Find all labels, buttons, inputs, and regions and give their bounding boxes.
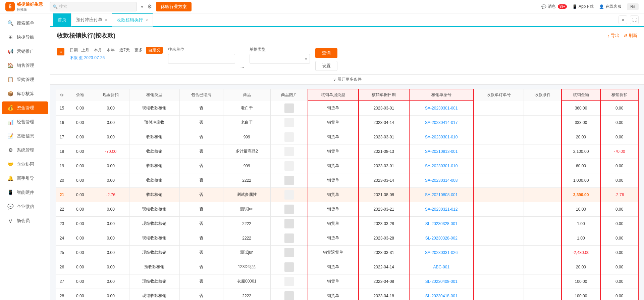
filter-last-7days[interactable]: 近7天 bbox=[118, 47, 131, 54]
sidebar-item-shortcuts[interactable]: ⊞ 快捷导航 bbox=[2, 31, 48, 44]
cell-voucher-no[interactable]: SA-20210808-001 bbox=[409, 187, 474, 202]
sidebar-item-enterprise[interactable]: 🤝 企业协同 bbox=[2, 158, 48, 171]
cell-voucher-no[interactable]: SA-20230301-001 bbox=[409, 101, 474, 115]
sidebar-item-system[interactable]: ⚙ 系统管理 bbox=[2, 144, 48, 157]
message-button[interactable]: 💬 消息 99+ bbox=[541, 4, 567, 9]
cell-voucher-date: 2021-08-13 bbox=[359, 144, 409, 159]
sidebar-item-operations[interactable]: 📊 经营管理 bbox=[2, 116, 48, 128]
cell-balance: 0.00 bbox=[68, 187, 92, 202]
cell-voucher-date: 2023-04-18 bbox=[359, 289, 409, 300]
cell-voucher-no[interactable]: SA-20230301-010 bbox=[409, 159, 474, 173]
filter-last-month[interactable]: 上月 bbox=[80, 47, 91, 54]
cell-voucher-no[interactable]: SL-20230328-001 bbox=[409, 216, 474, 231]
table-settings-button[interactable]: 设置 bbox=[315, 61, 337, 71]
sidebar-item-inventory[interactable]: 📦 库存核算 bbox=[2, 87, 48, 100]
sidebar-item-purchase[interactable]: 📋 采购管理 bbox=[2, 73, 48, 86]
sidebar-item-wechat[interactable]: 💬 企业微信 bbox=[2, 200, 48, 213]
filter-more-date[interactable]: 更多 bbox=[133, 47, 144, 54]
hardware-icon: 📱 bbox=[7, 189, 13, 196]
expand-conditions-row[interactable]: ∨ 展开更多条件 bbox=[50, 75, 644, 85]
tabs-right-controls: × ⛶ bbox=[619, 15, 641, 24]
cell-include-cleared: 否 bbox=[179, 216, 223, 231]
cell-voucher-type: 销货单 bbox=[308, 101, 359, 115]
filter-custom-date[interactable]: 自定义 bbox=[146, 47, 163, 54]
refresh-button[interactable]: ↺ 刷新 bbox=[624, 33, 637, 39]
cell-voucher-no[interactable]: SA-20230331-026 bbox=[409, 245, 474, 260]
sidebar-item-basic[interactable]: 📝 基础信息 bbox=[2, 130, 48, 142]
enterprise-icon: 🤝 bbox=[7, 161, 13, 167]
filter-expand-button[interactable]: » bbox=[57, 48, 64, 55]
sidebar-item-marketing[interactable]: 📢 营销推广 bbox=[2, 45, 48, 58]
cell-receipt-order bbox=[474, 187, 524, 202]
system-icon: ⚙ bbox=[7, 147, 13, 153]
cell-voucher-no[interactable]: ABC-001 bbox=[409, 260, 474, 274]
cell-include-cleared: 否 bbox=[179, 144, 223, 159]
global-search[interactable]: 🔍 搜索 bbox=[50, 2, 137, 11]
service-icon: 👤 bbox=[599, 4, 604, 9]
export-button[interactable]: ↑ 导出 bbox=[607, 33, 620, 39]
cell-balance: 0.00 bbox=[68, 216, 92, 231]
filter-voucher-type-select[interactable] bbox=[250, 54, 310, 64]
cell-voucher-date: 2023-03-21 bbox=[359, 202, 409, 216]
cell-receipt-condition bbox=[524, 260, 561, 274]
cell-receipt-condition bbox=[524, 231, 561, 245]
industry-solution-button[interactable]: 休验行业方案 bbox=[156, 2, 192, 11]
cell-write-off-type: 预付冲应收 bbox=[129, 115, 179, 130]
cell-cash-discount: 0.00 bbox=[92, 173, 129, 187]
cell-voucher-no[interactable]: SA-20230414-017 bbox=[409, 115, 474, 130]
tab-prepay[interactable]: 预付冲应付单 × bbox=[71, 13, 112, 27]
app-download-button[interactable]: 📱 App下载 bbox=[572, 4, 594, 9]
cell-balance: 0.00 bbox=[68, 115, 92, 130]
cell-receipt-order bbox=[474, 130, 524, 144]
online-service-button[interactable]: 👤 在线客服 bbox=[599, 4, 622, 9]
tab-maximize-btn[interactable]: ⛶ bbox=[630, 15, 639, 24]
cell-receipt-order bbox=[474, 115, 524, 130]
cell-product-img bbox=[270, 231, 308, 245]
cell-voucher-no[interactable]: SA-20230301-010 bbox=[409, 130, 474, 144]
tab-prepay-close[interactable]: × bbox=[105, 18, 107, 22]
sidebar-item-search[interactable]: 🔍 搜索菜单 bbox=[2, 17, 48, 30]
cell-write-off-type: 现结收款核销 bbox=[129, 216, 179, 231]
tab-write-off-close[interactable]: × bbox=[146, 18, 148, 22]
sidebar-item-sales[interactable]: 🏠 销售管理 bbox=[2, 59, 48, 72]
sidebar-item-member[interactable]: V 畅会员 bbox=[2, 214, 48, 227]
cell-voucher-date: 2023-03-28 bbox=[359, 216, 409, 231]
cell-write-off-amount: 100.00 bbox=[561, 274, 601, 289]
sidebar-item-hardware[interactable]: 📱 智能硬件 bbox=[2, 186, 48, 199]
cell-write-off-type: 现结收款核销 bbox=[129, 101, 179, 115]
cell-balance: 0.00 bbox=[68, 260, 92, 274]
sidebar-item-finance[interactable]: 💰 资金管理 bbox=[2, 101, 48, 114]
cell-voucher-no[interactable]: SL-20230328-002 bbox=[409, 231, 474, 245]
cell-write-off-amount: 60.00 bbox=[561, 159, 601, 173]
cell-voucher-no[interactable]: SA-20210813-001 bbox=[409, 144, 474, 159]
cell-voucher-no[interactable]: SL-20230408-001 bbox=[409, 274, 474, 289]
cell-balance: 0.00 bbox=[68, 274, 92, 289]
filter-this-month[interactable]: 本月 bbox=[93, 47, 103, 54]
query-button[interactable]: 查询 bbox=[315, 48, 337, 58]
cell-voucher-no[interactable]: SA-20230321-012 bbox=[409, 202, 474, 216]
cell-voucher-date: 2023-03-28 bbox=[359, 231, 409, 245]
refresh-icon: ↺ bbox=[624, 33, 627, 38]
cell-voucher-date: 2023-04-14 bbox=[359, 115, 409, 130]
cell-write-off-discount: -2.76 bbox=[600, 187, 638, 202]
tab-close-btn[interactable]: × bbox=[619, 15, 627, 24]
cell-include-cleared: 否 bbox=[179, 260, 223, 274]
user-avatar[interactable]: Rit bbox=[627, 3, 639, 10]
cell-receipt-order bbox=[474, 245, 524, 260]
cell-product: 多计量商品2 bbox=[223, 144, 270, 159]
th-settings[interactable]: ⚙ bbox=[56, 89, 68, 101]
cell-voucher-no[interactable]: SL-20230418-001 bbox=[409, 289, 474, 300]
sales-icon: 🏠 bbox=[7, 62, 13, 69]
tab-home[interactable]: 首页 bbox=[53, 13, 71, 27]
cell-receipt-condition bbox=[524, 245, 561, 260]
settings-icon[interactable]: ⚙ bbox=[147, 3, 152, 10]
cell-include-cleared: 否 bbox=[179, 274, 223, 289]
sidebar-item-guide[interactable]: 🔔 新手引导 bbox=[2, 172, 48, 185]
tab-write-off[interactable]: 收款核销执行 × bbox=[112, 13, 153, 27]
filter-partner-input[interactable] bbox=[168, 54, 235, 64]
filter-date-group: 日期 上月 本月 本年 近7天 更多 自定义 不限 至 2023-07-26 bbox=[70, 47, 163, 61]
filter-this-year[interactable]: 本年 bbox=[105, 47, 116, 54]
cell-id: 16 bbox=[56, 115, 68, 130]
cell-voucher-no[interactable]: SA-20230314-008 bbox=[409, 173, 474, 187]
cell-product-img bbox=[270, 115, 308, 130]
